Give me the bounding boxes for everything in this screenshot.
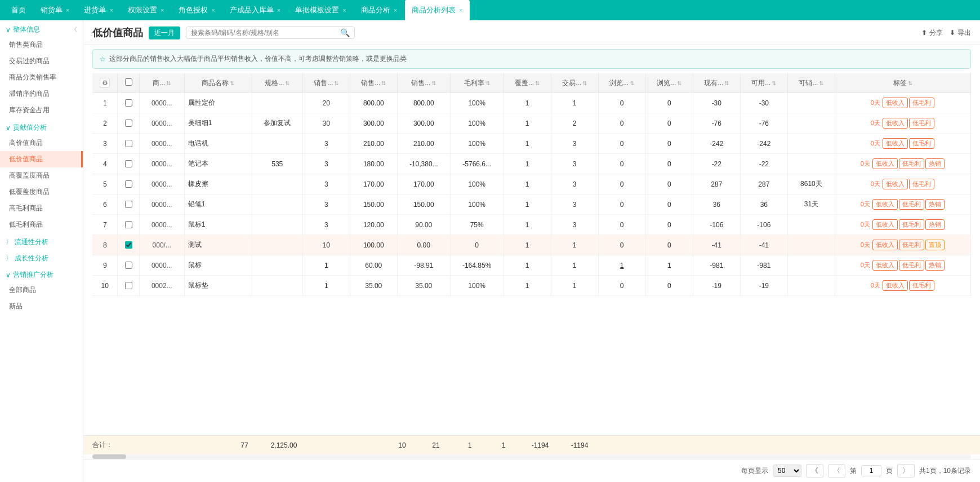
row-checkbox-input-1[interactable] (125, 120, 132, 127)
close-stock-in-tab[interactable]: × (277, 7, 280, 14)
row-sales-amount-3: 180.00 (350, 154, 397, 174)
sidebar-item-new-goods[interactable]: 新品 (0, 298, 83, 315)
row-trade-7: 1 (551, 235, 598, 255)
sidebar-item-high-value[interactable]: 高价值商品 (0, 135, 83, 151)
row-checkbox-8[interactable] (118, 255, 139, 276)
tag-badge: 低毛利 (899, 240, 924, 250)
gear-icon[interactable]: ⚙ (100, 78, 110, 88)
row-setting-1: 2 (92, 113, 118, 134)
sidebar-item-low-coverage[interactable]: 低覆盖度商品 (0, 184, 83, 200)
tag-badge: 置顶 (925, 240, 945, 250)
row-checkbox-input-8[interactable] (125, 262, 132, 269)
row-code-0: 0000... (139, 93, 184, 113)
sidebar-group-growth[interactable]: 〉 成长性分析 (0, 249, 83, 266)
row-checkbox-input-6[interactable] (125, 221, 132, 228)
sidebar-item-sales-goods[interactable]: 销售类商品 (0, 37, 83, 53)
row-setting-9: 10 (92, 276, 118, 296)
row-name-0: 属性定价 (184, 93, 252, 113)
scrollbar-thumb[interactable] (92, 454, 126, 459)
close-template-tab[interactable]: × (342, 7, 346, 14)
sidebar-item-category-rate[interactable]: 商品分类销售率 (0, 69, 83, 86)
row-checkbox-7[interactable] (118, 235, 139, 255)
search-input[interactable] (191, 29, 338, 37)
sidebar: ∨ 整体信息 《 销售类商品 交易过的商品 商品分类销售率 滞销序的商品 库存资… (0, 20, 83, 482)
sidebar-group-circulation[interactable]: 〉 流通性分析 (0, 233, 83, 249)
row-tags-1: 0天 低收入低毛利 (835, 113, 970, 134)
nav-home[interactable]: 首页 (5, 0, 33, 20)
row-sales-amount-9: 35.00 (350, 276, 397, 296)
nav-goods-analysis[interactable]: 商品分析 × (354, 0, 404, 20)
sidebar-item-slow-goods[interactable]: 滞销序的商品 (0, 86, 83, 102)
page-number-input[interactable] (861, 465, 881, 476)
export-button[interactable]: ⬇ 导出 (950, 28, 971, 38)
row-browse1-7: 0 (598, 235, 645, 255)
next-page-button[interactable]: 〉 (897, 464, 915, 477)
nav-stock-in[interactable]: 产成品入库单 × (223, 0, 287, 20)
row-spec-2 (252, 134, 302, 154)
first-page-button[interactable]: 《 (806, 464, 823, 477)
row-checkbox-input-0[interactable] (125, 99, 132, 107)
row-spec-5 (252, 194, 302, 215)
row-checkbox-input-3[interactable] (125, 160, 132, 167)
nav-sales[interactable]: 销货单 × (34, 0, 76, 20)
nav-goods-analysis-list[interactable]: 商品分析列表 × (405, 0, 469, 20)
row-setting-8: 9 (92, 255, 118, 276)
sidebar-group-contribution[interactable]: ∨ 贡献值分析 (0, 118, 83, 135)
nav-template[interactable]: 单据模板设置 × (288, 0, 353, 20)
share-button[interactable]: ⬆ 分享 (921, 28, 943, 38)
prev-page-button[interactable]: 〈 (828, 464, 845, 477)
col-checkbox-header[interactable] (118, 73, 139, 93)
col-setting[interactable]: ⚙ (92, 73, 118, 93)
nav-permissions[interactable]: 权限设置 × (121, 0, 171, 20)
col-available-header: 可用...⇅ (740, 73, 787, 93)
sidebar-item-inventory-fund[interactable]: 库存资金占用 (0, 102, 83, 118)
sidebar-item-all-goods[interactable]: 全部商品 (0, 282, 83, 298)
row-checkbox-input-5[interactable] (125, 201, 132, 208)
close-permissions-tab[interactable]: × (161, 7, 164, 14)
horizontal-scrollbar[interactable] (92, 454, 971, 459)
row-checkbox-9[interactable] (118, 276, 139, 296)
sidebar-collapse-overall[interactable]: 《 (71, 25, 77, 34)
sidebar-item-high-coverage[interactable]: 高覆盖度商品 (0, 167, 83, 184)
search-icon[interactable]: 🔍 (340, 28, 350, 37)
row-checkbox-1[interactable] (118, 113, 139, 134)
notice-bar: ☆ 这部分商品的销售收入大幅低于商品平均销售收入，价值不高，可考虑调整营销策略，… (92, 49, 971, 69)
sidebar-item-low-value[interactable]: 低价值商品 (0, 151, 83, 167)
close-goods-analysis-tab[interactable]: × (394, 7, 397, 14)
close-sales-tab[interactable]: × (66, 7, 69, 14)
sidebar-group-marketing[interactable]: ∨ 营销推广分析 (0, 266, 83, 282)
row-trade-3: 3 (551, 154, 598, 174)
row-checkbox-2[interactable] (118, 134, 139, 154)
nav-roles[interactable]: 角色授权 × (172, 0, 221, 20)
row-saleable-4: 8610天 (787, 174, 835, 194)
sidebar-item-low-margin[interactable]: 低毛利商品 (0, 216, 83, 233)
sidebar-item-traded-goods[interactable]: 交易过的商品 (0, 53, 83, 69)
row-checkbox-4[interactable] (118, 174, 139, 194)
row-checkbox-3[interactable] (118, 154, 139, 174)
row-checkbox-input-9[interactable] (125, 282, 132, 289)
select-all-checkbox[interactable] (125, 78, 132, 86)
row-checkbox-input-4[interactable] (125, 180, 132, 188)
nav-purchase[interactable]: 进货单 × (77, 0, 119, 20)
row-checkbox-6[interactable] (118, 215, 139, 235)
close-roles-tab[interactable]: × (211, 7, 215, 14)
col-code-header: 商...⇅ (139, 73, 184, 93)
close-goods-analysis-list-tab[interactable]: × (459, 7, 462, 14)
per-page-select[interactable]: 50 10 20 100 (773, 465, 801, 477)
row-checkbox-input-7[interactable] (125, 241, 132, 249)
row-coverage-2: 1 (504, 134, 551, 154)
row-checkbox-input-2[interactable] (125, 140, 132, 147)
row-current-stock-3: -22 (693, 154, 740, 174)
row-sales-qty-0: 20 (302, 93, 350, 113)
row-sales-amount-1: 300.00 (350, 113, 397, 134)
close-purchase-tab[interactable]: × (109, 7, 113, 14)
sidebar-item-high-margin[interactable]: 高毛利商品 (0, 200, 83, 216)
row-checkbox-0[interactable] (118, 93, 139, 113)
time-filter-button[interactable]: 近一月 (149, 26, 180, 39)
row-saleable-1 (787, 113, 835, 134)
sidebar-group-overall[interactable]: ∨ 整体信息 《 (0, 20, 83, 37)
row-trade-9: 1 (551, 276, 598, 296)
top-navigation: 首页 销货单 × 进货单 × 权限设置 × 角色授权 × 产成品入库单 × 单据… (0, 0, 980, 20)
row-browse1-8[interactable]: 1 (598, 255, 645, 276)
row-checkbox-5[interactable] (118, 194, 139, 215)
